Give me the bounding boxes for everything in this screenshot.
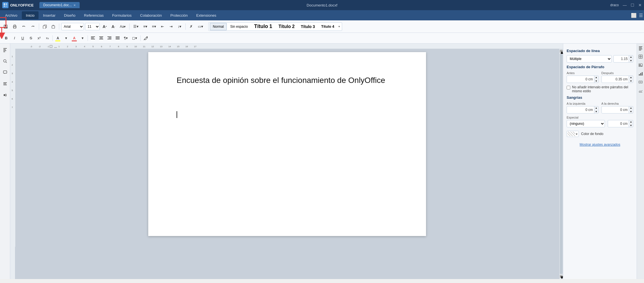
after-spinner[interactable]: ▲ ▼ bbox=[629, 76, 633, 83]
bold-button[interactable]: B bbox=[3, 35, 10, 42]
document-container[interactable]: Encuesta de opinión sobre el funcionamie… bbox=[15, 49, 559, 279]
italic-button[interactable]: I bbox=[11, 35, 18, 42]
right-icon-signature[interactable] bbox=[638, 88, 643, 93]
close-button[interactable]: ✕ bbox=[638, 3, 642, 7]
sidebar-icon-search[interactable] bbox=[1, 57, 9, 65]
maximize-button[interactable]: ☐ bbox=[631, 3, 634, 7]
menu-referencias[interactable]: Referencias bbox=[80, 11, 107, 19]
shading-button[interactable]: ▭▾ bbox=[196, 23, 205, 30]
justify-button[interactable] bbox=[114, 35, 121, 42]
align-center-button[interactable] bbox=[98, 35, 105, 42]
highlight-color-button[interactable]: A bbox=[54, 35, 62, 42]
styles-dropdown-icon[interactable]: ▾ bbox=[338, 25, 341, 28]
window-icon[interactable]: ⬜ bbox=[631, 13, 637, 18]
indent-right-up[interactable]: ▲ bbox=[629, 106, 633, 110]
right-icon-chart[interactable] bbox=[638, 71, 643, 76]
menu-colaboracion[interactable]: Colaboración bbox=[136, 11, 166, 19]
bullet-list-button[interactable]: ☰▾ bbox=[132, 23, 140, 30]
style-titulo1[interactable]: Título 1 bbox=[251, 23, 275, 30]
align-left-button[interactable] bbox=[89, 35, 97, 42]
right-icon-paragraph[interactable] bbox=[638, 45, 643, 51]
right-icon-image[interactable] bbox=[638, 62, 643, 68]
menu-proteccion[interactable]: Protección bbox=[166, 11, 192, 19]
right-icon-table[interactable] bbox=[638, 54, 643, 59]
save-button[interactable] bbox=[2, 23, 10, 31]
sidebar-icon-align[interactable] bbox=[1, 80, 9, 88]
before-spinner[interactable]: ▲ ▼ bbox=[594, 76, 598, 83]
strikethrough-button[interactable]: S bbox=[27, 35, 35, 42]
menu-toggle-icon[interactable]: ☰ bbox=[639, 13, 643, 18]
paragraph-marks-button[interactable]: ¶▾ bbox=[122, 35, 130, 42]
font-color-button[interactable]: A bbox=[71, 35, 78, 42]
style-normal[interactable]: Normal bbox=[210, 23, 227, 30]
redo-button[interactable] bbox=[29, 23, 37, 31]
undo-button[interactable] bbox=[20, 23, 28, 31]
sidebar-icon-tab[interactable] bbox=[1, 46, 9, 54]
before-up[interactable]: ▲ bbox=[594, 76, 598, 79]
special-type-select[interactable]: (ninguno) bbox=[567, 120, 605, 127]
indent-left-up[interactable]: ▲ bbox=[594, 106, 598, 110]
subscript-button[interactable]: x₂ bbox=[44, 35, 51, 42]
numbered-list-button[interactable]: ≡▾ bbox=[141, 23, 149, 30]
style-titulo3[interactable]: Título 3 bbox=[298, 23, 318, 30]
underline-button[interactable]: U bbox=[19, 35, 26, 42]
line-spacing-button[interactable]: ↕▾ bbox=[176, 23, 183, 30]
special-down[interactable]: ▼ bbox=[629, 124, 633, 127]
menu-insertar[interactable]: Insertar bbox=[39, 11, 60, 19]
menu-archivo[interactable]: Archivo bbox=[1, 11, 21, 19]
document-content[interactable]: Encuesta de opinión sobre el funcionamie… bbox=[177, 75, 398, 86]
indent-left-spinner[interactable]: ▲ ▼ bbox=[594, 106, 598, 113]
decrease-indent-button[interactable]: ⇤ bbox=[159, 23, 166, 30]
after-down[interactable]: ▼ bbox=[629, 79, 633, 83]
no-interval-checkbox[interactable] bbox=[567, 86, 570, 89]
special-up[interactable]: ▲ bbox=[629, 120, 633, 124]
scroll-down-button[interactable]: ▼ bbox=[560, 275, 563, 278]
font-name-select[interactable]: Arial bbox=[61, 23, 84, 30]
style-sin-espacio[interactable]: Sin espacio bbox=[227, 23, 251, 30]
tab-close-icon[interactable]: ✕ bbox=[73, 4, 76, 7]
document-tab[interactable]: Documento1.doc... ✕ bbox=[39, 2, 80, 8]
style-titulo4[interactable]: Título 4 bbox=[318, 23, 337, 30]
superscript-button[interactable]: x² bbox=[35, 35, 43, 42]
indent-right-down[interactable]: ▼ bbox=[629, 110, 633, 113]
sidebar-icon-audio[interactable] bbox=[1, 91, 9, 99]
font-increase-button[interactable]: A+ bbox=[101, 23, 109, 30]
indent-left-down[interactable]: ▼ bbox=[594, 110, 598, 113]
special-spinner[interactable]: ▲ ▼ bbox=[629, 120, 633, 127]
menu-formularios[interactable]: Formularios bbox=[108, 11, 136, 19]
menu-diseno[interactable]: Diseño bbox=[60, 11, 79, 19]
sidebar-icon-comments[interactable] bbox=[1, 68, 9, 76]
multilevel-list-button[interactable]: ≡▾ bbox=[150, 23, 158, 30]
scroll-up-button[interactable]: ▲ bbox=[560, 50, 563, 53]
menu-extensiones[interactable]: Extensiones bbox=[192, 11, 220, 19]
advanced-settings-button[interactable]: Mostrar ajustes avanzados bbox=[580, 142, 620, 148]
font-size-select[interactable]: 11 bbox=[85, 23, 100, 30]
copy-button[interactable] bbox=[41, 23, 48, 30]
copy-style-button[interactable] bbox=[142, 35, 149, 42]
line-spacing-up[interactable]: ▲ bbox=[629, 55, 633, 59]
after-up[interactable]: ▲ bbox=[629, 76, 633, 79]
minimize-button[interactable]: — bbox=[623, 3, 627, 7]
before-down[interactable]: ▼ bbox=[594, 79, 598, 83]
increase-indent-button[interactable]: ⇥ bbox=[168, 23, 175, 30]
vertical-scrollbar[interactable]: ▲ ▼ bbox=[559, 49, 563, 279]
change-case-button[interactable]: Aa▾ bbox=[118, 23, 128, 30]
line-spacing-select[interactable]: Múltiple bbox=[567, 55, 612, 63]
scroll-thumb[interactable] bbox=[560, 54, 563, 274]
align-right-button[interactable] bbox=[106, 35, 113, 42]
before-label: Antes bbox=[567, 71, 599, 75]
font-color-dropdown-button[interactable]: ▾ bbox=[79, 35, 86, 42]
indent-right-spinner[interactable]: ▲ ▼ bbox=[629, 106, 633, 113]
right-icon-textbox[interactable] bbox=[638, 79, 643, 85]
fill-color-button[interactable]: ◻▾ bbox=[130, 35, 139, 42]
highlight-dropdown-button[interactable]: ▾ bbox=[62, 35, 70, 42]
print-button[interactable] bbox=[11, 23, 19, 31]
line-spacing-spinner[interactable]: ▲ ▼ bbox=[629, 55, 633, 63]
clear-format-button[interactable]: ✗ bbox=[188, 23, 195, 30]
line-spacing-down[interactable]: ▼ bbox=[629, 59, 633, 63]
menu-inicio[interactable]: Inicio bbox=[22, 11, 38, 19]
color-dropdown-icon[interactable]: ▾ bbox=[575, 132, 578, 136]
font-decrease-button[interactable]: A- bbox=[110, 23, 117, 30]
paste-button[interactable] bbox=[50, 23, 57, 30]
style-titulo2[interactable]: Título 2 bbox=[276, 23, 297, 30]
